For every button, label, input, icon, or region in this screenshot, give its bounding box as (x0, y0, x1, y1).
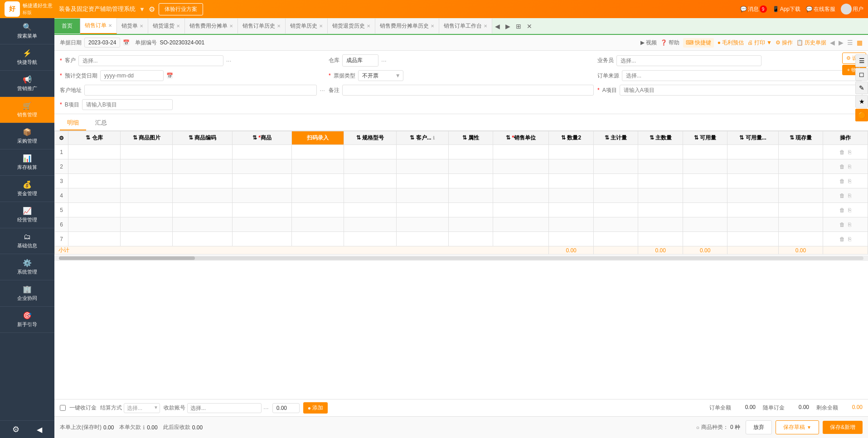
one-key-order-checkbox[interactable] (60, 405, 66, 411)
dropdown-icon[interactable]: ▼ (139, 6, 145, 13)
a-project-input[interactable] (620, 85, 863, 96)
row6-copy-btn[interactable]: ⎘ (848, 221, 851, 228)
prev-record-btn[interactable]: ◀ (830, 39, 835, 46)
print-dropdown[interactable]: ▼ (766, 39, 772, 46)
row1-delete-btn[interactable]: 🗑 (839, 149, 845, 155)
add-btn[interactable]: ● 添加 (303, 402, 328, 414)
col-gear[interactable]: ⚙ (55, 131, 68, 145)
sidebar-item-purchase[interactable]: 📦 采购管理 (0, 123, 54, 149)
sidebar-item-search[interactable]: 🔍 搜索菜单 (0, 18, 54, 44)
row2-delete-btn[interactable]: 🗑 (839, 164, 845, 170)
sidebar-item-base[interactable]: 🗂 基础信息 (0, 228, 54, 254)
delivery-date-input[interactable] (100, 70, 164, 81)
sidebar-collapse-btn[interactable]: ◀ (37, 425, 42, 434)
tab-refund-history[interactable]: 销货退货历史 ✕ (328, 19, 375, 34)
rsp-btn-5[interactable]: 🟠 (855, 109, 868, 121)
sidebar-item-operations[interactable]: 📈 经营管理 (0, 202, 54, 228)
delivery-calendar-icon[interactable]: 📅 (166, 72, 173, 79)
remark-input[interactable] (342, 85, 594, 96)
profit-btn[interactable]: ● 毛利预估 (718, 39, 744, 47)
col-attributes[interactable]: ⇅ 属性 (448, 131, 493, 145)
row4-delete-btn[interactable]: 🗑 (839, 193, 845, 199)
rsp-btn-2[interactable]: ◻ (855, 68, 868, 81)
receipt-more-btn[interactable]: ··· (263, 404, 269, 412)
single-date-value[interactable]: 2023-03-24 (84, 38, 120, 48)
rsp-btn-3[interactable]: ✎ (855, 82, 868, 94)
shortcut-btn[interactable]: ⌨ 快捷键 (683, 38, 714, 48)
row1-copy-btn[interactable]: ⎘ (848, 149, 851, 155)
col-customer-code[interactable]: ⇅ 客户... ℹ (396, 131, 448, 145)
receipt-account-input[interactable] (187, 403, 262, 413)
sidebar-item-system[interactable]: ⚙️ 系统管理 (0, 254, 54, 280)
sidebar-item-quicknav[interactable]: ⚡ 快捷导航 (0, 44, 54, 71)
tab-close-refund-history[interactable]: ✕ (367, 24, 370, 29)
tab-sales-refund[interactable]: 销货退货 ✕ (148, 19, 185, 34)
amount-value[interactable]: 0.00 (272, 403, 300, 413)
tab-home[interactable]: 首页 (54, 19, 80, 34)
order-source-input[interactable] (622, 70, 863, 81)
col-sales-unit[interactable]: ⇅ *销售单位 (493, 131, 549, 145)
help-btn[interactable]: ❓ 帮助 (660, 39, 679, 47)
col-available[interactable]: ⇅ 可用量 (683, 131, 727, 145)
tab-close-expense[interactable]: ✕ (229, 24, 233, 29)
sidebar-item-marketing[interactable]: 📢 营销推广 (0, 71, 54, 97)
list-view-btn[interactable]: ☰ (847, 39, 853, 46)
col-available2[interactable]: ⇅ 可用量... (727, 131, 778, 145)
online-service-btn[interactable]: 💬在线客服 (806, 5, 835, 13)
industry-btn[interactable]: 体验行业方案 (159, 3, 203, 15)
calendar-icon[interactable]: 📅 (123, 39, 130, 46)
tab-order-history[interactable]: 销售订单历史 ✕ (238, 19, 286, 34)
history-btn[interactable]: 📋 历史单据 (796, 39, 826, 47)
col-main-unit[interactable]: ⇅ 主计量 (593, 131, 638, 145)
col-spec[interactable]: ⇅ 规格型号 (344, 131, 397, 145)
warehouse-more-btn[interactable]: ··· (381, 57, 387, 64)
sidebar-settings-btn[interactable]: ⚙ (12, 424, 19, 434)
tab-close-refund[interactable]: ✕ (176, 24, 180, 29)
invoice-type-select[interactable]: 不开票 增值税普票 增值税专票 (358, 70, 403, 81)
warehouse-value[interactable]: 成品库 (342, 54, 378, 67)
sidebar-item-guide[interactable]: 🎯 新手引导 (0, 307, 54, 333)
save-draft-btn[interactable]: 保存草稿 ▼ (776, 420, 819, 434)
sidebar-item-sales[interactable]: 🛒 销售管理 (0, 97, 54, 123)
row6-delete-btn[interactable]: 🗑 (839, 221, 845, 228)
row5-delete-btn[interactable]: 🗑 (839, 207, 845, 213)
row3-copy-btn[interactable]: ⎘ (848, 178, 851, 184)
tab-sales-returns[interactable]: 销货单 ✕ (117, 19, 148, 34)
tab-nav-prev[interactable]: ◀ (492, 23, 503, 30)
tab-close-all[interactable]: ✕ (524, 23, 535, 30)
tab-nav-next[interactable]: ▶ (503, 23, 513, 30)
rsp-btn-1[interactable]: ☰ (855, 54, 868, 67)
tab-returns-history[interactable]: 销货单历史 ✕ (286, 19, 328, 34)
row7-delete-btn[interactable]: 🗑 (839, 236, 845, 242)
row3-delete-btn[interactable]: 🗑 (839, 178, 845, 184)
ops-btn[interactable]: ⚙ 操作 (776, 39, 793, 47)
tab-detail[interactable]: 明细 (60, 116, 86, 130)
tab-sales-order[interactable]: 销售订单 ✕ (80, 18, 117, 34)
col-main-qty[interactable]: ⇅ 主数量 (638, 131, 683, 145)
next-record-btn[interactable]: ▶ (839, 39, 844, 46)
col-qty2[interactable]: ⇅ 数量2 (549, 131, 594, 145)
sidebar-item-finance[interactable]: 💰 资金管理 (0, 176, 54, 202)
tab-close-returns-history[interactable]: ✕ (319, 24, 323, 29)
b-project-input[interactable] (82, 99, 173, 110)
save-draft-dropdown-icon[interactable]: ▼ (807, 425, 811, 430)
payment-method-select[interactable]: 选择... (124, 403, 160, 413)
rsp-btn-4[interactable]: ★ (855, 95, 868, 108)
tab-close-returns[interactable]: ✕ (140, 24, 143, 29)
tab-expense-split[interactable]: 销售费用分摊单 ✕ (185, 19, 238, 34)
horizontal-scrollbar[interactable] (54, 255, 868, 261)
row7-copy-btn[interactable]: ⎘ (848, 236, 851, 242)
tab-close-order-history[interactable]: ✕ (277, 24, 281, 29)
save-new-btn[interactable]: 保存&新增 (823, 421, 863, 434)
customer-address-input[interactable] (84, 85, 317, 96)
app-download-btn[interactable]: 📱App下载 (772, 5, 800, 13)
user-avatar[interactable]: 用户 (841, 4, 863, 14)
settings-icon[interactable]: ⚙ (149, 5, 155, 14)
row5-copy-btn[interactable]: ⎘ (848, 207, 851, 213)
tab-expense-history[interactable]: 销售费用分摊单历史 ✕ (375, 19, 439, 34)
sidebar-item-inventory[interactable]: 📊 库存核算 (0, 149, 54, 176)
tab-close-sales[interactable]: ✕ (108, 23, 112, 28)
address-more-btn[interactable]: ··· (320, 87, 325, 94)
message-btn[interactable]: 💬 消息 9 (740, 5, 767, 13)
row2-copy-btn[interactable]: ⎘ (848, 164, 851, 170)
